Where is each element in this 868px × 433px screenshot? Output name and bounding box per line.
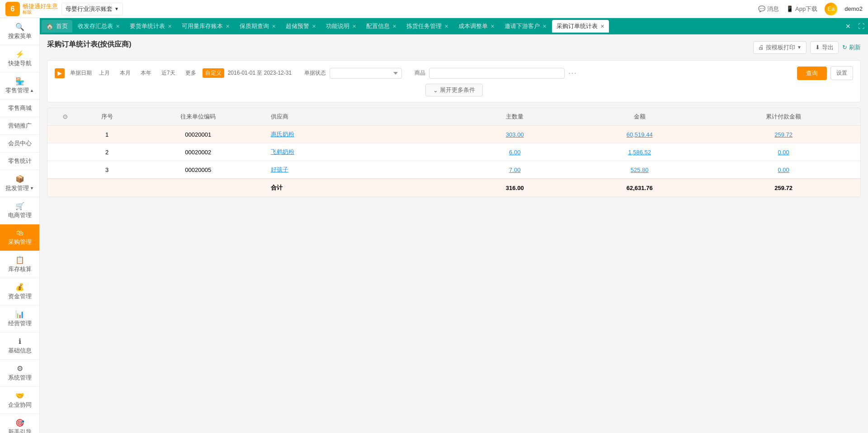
tab-close-purchase-stat[interactable]: ✕ bbox=[600, 24, 604, 29]
tab-cost-adjust[interactable]: 成本调整单 ✕ bbox=[454, 20, 499, 33]
sidebar-item-finance[interactable]: 💰 资金管理 bbox=[0, 278, 39, 305]
company-selector[interactable]: 母婴行业演示账套 ▼ bbox=[61, 3, 123, 15]
shortcut-more[interactable]: 更多 bbox=[182, 68, 200, 78]
tab-maximize-button[interactable]: ⛶ bbox=[856, 22, 866, 31]
sidebar-item-retail-stat[interactable]: 零售统计 bbox=[0, 152, 39, 170]
sidebar-item-system[interactable]: ⚙ 系统管理 bbox=[0, 360, 39, 387]
tab-receive-summary[interactable]: 收发存汇总表 ✕ bbox=[73, 20, 124, 33]
sidebar-label-retail-stat: 零售统计 bbox=[8, 157, 32, 165]
tab-home[interactable]: 🏠 首页 bbox=[42, 20, 72, 33]
sidebar-item-retail-shop[interactable]: 零售商城 bbox=[0, 100, 39, 117]
tab-close-order-summary[interactable]: ✕ bbox=[168, 24, 172, 29]
more-options-icon[interactable]: ··· bbox=[568, 69, 577, 77]
goods-input[interactable] bbox=[429, 68, 565, 79]
sidebar-item-retail[interactable]: 🏪 零售管理 ▲ bbox=[0, 72, 39, 100]
footer-code bbox=[131, 179, 265, 197]
date-label: 单据日期 bbox=[70, 69, 92, 77]
tab-close-config-info[interactable]: ✕ bbox=[392, 24, 396, 29]
logo-icon: 6 bbox=[5, 2, 20, 16]
user-name[interactable]: demo2 bbox=[844, 5, 863, 12]
export-button[interactable]: ⬇ 导出 bbox=[810, 41, 839, 54]
row-2-supplier: 飞鹤奶粉 bbox=[265, 143, 458, 161]
tab-close-function-desc[interactable]: ✕ bbox=[352, 24, 356, 29]
status-select[interactable] bbox=[330, 68, 402, 79]
row-3-qty-link[interactable]: 7.00 bbox=[509, 167, 520, 173]
table-row: 3 00020005 好孩子 7.00 525.80 bbox=[47, 161, 860, 179]
shortcut-last-month[interactable]: 上月 bbox=[95, 68, 113, 78]
settings-button[interactable]: 设置 bbox=[830, 66, 853, 80]
tab-invite-customer[interactable]: 邀请下游客户 ✕ bbox=[500, 20, 551, 33]
chevron-down-icon: ▼ bbox=[114, 6, 119, 11]
shortcut-custom[interactable]: 自定义 bbox=[203, 68, 224, 78]
tab-close-invite-customer[interactable]: ✕ bbox=[542, 24, 547, 29]
shortcut-last-7-days[interactable]: 近7天 bbox=[158, 68, 179, 78]
print-button[interactable]: 🖨 按模板打印 ▼ bbox=[753, 41, 807, 54]
logo-area: 6 畅捷通好生意 标版 bbox=[5, 2, 58, 16]
shortcut-this-year[interactable]: 本年 bbox=[137, 68, 155, 78]
row-3-supplier-link[interactable]: 好孩子 bbox=[271, 166, 288, 173]
sidebar-item-marketing[interactable]: 营销推广 bbox=[0, 117, 39, 135]
sidebar-item-enterprise[interactable]: 🤝 企业协同 bbox=[0, 387, 39, 414]
tab-close-cost-adjust[interactable]: ✕ bbox=[491, 24, 495, 29]
user-avatar[interactable]: Ea bbox=[825, 3, 837, 15]
tab-close-receive-summary[interactable]: ✕ bbox=[116, 24, 120, 29]
sidebar-item-shortcut[interactable]: ⚡ 快捷导航 bbox=[0, 45, 39, 72]
row-2-paid-link[interactable]: 0.00 bbox=[778, 149, 789, 156]
system-icon: ⚙ bbox=[17, 364, 23, 373]
row-1-amount-link[interactable]: 60,519.44 bbox=[627, 131, 653, 138]
tab-order-summary[interactable]: 要货单统计表 ✕ bbox=[125, 20, 176, 33]
download-icon: 📱 bbox=[786, 5, 793, 12]
col-header-settings: ⚙ bbox=[47, 108, 83, 126]
sidebar-item-wholesale[interactable]: 📦 批发管理 ▼ bbox=[0, 170, 39, 197]
sidebar-item-purchase[interactable]: 🛍 采购管理 bbox=[0, 224, 39, 251]
row-2-qty-link[interactable]: 6.00 bbox=[509, 149, 520, 156]
tab-close-all-button[interactable]: ✕ bbox=[844, 22, 853, 31]
sidebar-item-basic[interactable]: ℹ 基础信息 bbox=[0, 333, 39, 360]
inventory-icon: 📋 bbox=[15, 256, 24, 264]
sidebar-label-wholesale: 批发管理 bbox=[5, 184, 29, 192]
tab-config-info[interactable]: 配置信息 ✕ bbox=[362, 20, 401, 33]
tab-pick-task[interactable]: 拣货任务管理 ✕ bbox=[402, 20, 453, 33]
tab-function-desc[interactable]: 功能说明 ✕ bbox=[321, 20, 361, 33]
tab-close-pick-task[interactable]: ✕ bbox=[444, 24, 448, 29]
app-download-button[interactable]: 📱 App下载 bbox=[786, 5, 817, 13]
tab-inventory-ledger[interactable]: 可用量库存账本 ✕ bbox=[177, 20, 234, 33]
sidebar-item-search[interactable]: 🔍 搜索英单 bbox=[0, 18, 39, 45]
table-container: ⚙ 序号 往来单位编码 供应商 bbox=[47, 108, 861, 197]
row-1-supplier-link[interactable]: 惠氏奶粉 bbox=[271, 131, 294, 138]
sidebar-item-ecommerce[interactable]: 🛒 电商管理 bbox=[0, 197, 39, 224]
row-1-paid: 259.72 bbox=[707, 126, 860, 143]
sidebar-label-system: 系统管理 bbox=[8, 374, 32, 382]
tab-overstock-warning[interactable]: 超储预警 ✕ bbox=[281, 20, 321, 33]
tab-close-overstock-warning[interactable]: ✕ bbox=[312, 24, 316, 29]
row-3-paid-link[interactable]: 0.00 bbox=[778, 167, 789, 173]
refresh-button[interactable]: ↻ 刷新 bbox=[842, 43, 861, 52]
filter-collapse-button[interactable]: ▶ bbox=[55, 68, 65, 78]
sidebar-item-inventory[interactable]: 📋 库存核算 bbox=[0, 251, 39, 278]
row-2-amount-link[interactable]: 1,586.52 bbox=[628, 149, 651, 156]
shortcut-this-month[interactable]: 本月 bbox=[116, 68, 134, 78]
expand-more-button[interactable]: ⌄ 展开更多条件 bbox=[425, 84, 483, 96]
row-2-paid: 0.00 bbox=[707, 143, 860, 161]
query-button[interactable]: 查询 bbox=[797, 67, 827, 80]
row-1-supplier: 惠氏奶粉 bbox=[265, 126, 458, 143]
col-header-paid: 累计付款金额 bbox=[707, 108, 860, 126]
sidebar-item-operation[interactable]: 📊 经营管理 bbox=[0, 305, 39, 333]
tab-purchase-stat[interactable]: 采购订单统计表 ✕ bbox=[552, 20, 609, 33]
sidebar-item-newguide[interactable]: 🎯 新手引导 bbox=[0, 414, 39, 433]
sidebar-item-member[interactable]: 会员中心 bbox=[0, 135, 39, 152]
row-2-supplier-link[interactable]: 飞鹤奶粉 bbox=[271, 148, 294, 155]
row-1-paid-link[interactable]: 259.72 bbox=[774, 131, 793, 138]
tab-close-expiry-query[interactable]: ✕ bbox=[272, 24, 276, 29]
retail-icon: 🏪 bbox=[15, 77, 24, 86]
footer-label: 合计 bbox=[265, 179, 458, 197]
table-header-row: ⚙ 序号 往来单位编码 供应商 bbox=[47, 108, 860, 126]
row-3-amount-link[interactable]: 525.80 bbox=[631, 167, 649, 173]
table-row: 2 00020002 飞鹤奶粉 6.00 1,586.52 bbox=[47, 143, 860, 161]
row-1-qty-link[interactable]: 303.00 bbox=[506, 131, 524, 138]
tab-close-inventory-ledger[interactable]: ✕ bbox=[226, 24, 230, 29]
tab-expiry-query[interactable]: 保质期查询 ✕ bbox=[235, 20, 280, 33]
message-button[interactable]: 💬 消息 bbox=[758, 5, 779, 13]
page-title: 采购订单统计表(按供应商) bbox=[47, 40, 132, 49]
column-settings-icon[interactable]: ⚙ bbox=[62, 113, 68, 120]
